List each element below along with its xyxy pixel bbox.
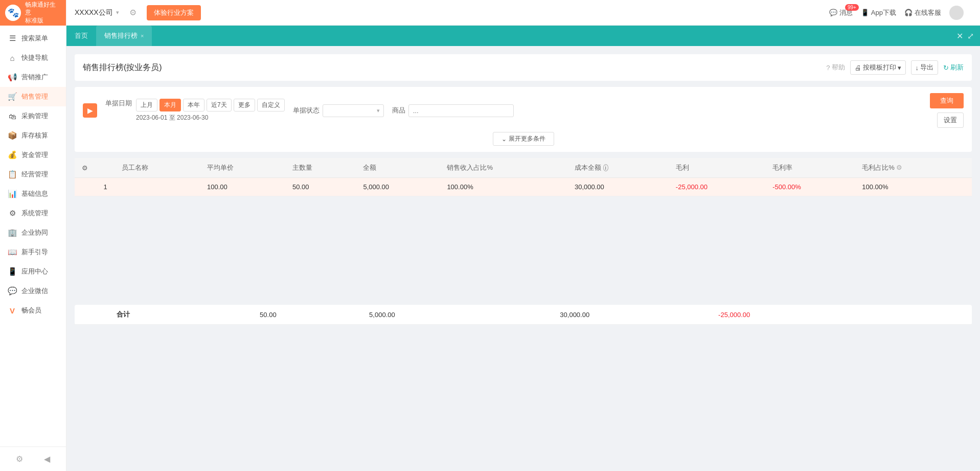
app-download-button[interactable]: 📱 App下载: [861, 8, 896, 17]
status-filter-group: 单据状态 全部 已审核 未审核: [293, 104, 384, 117]
main-content: 销售排行榜(按业务员) ? 帮助 🖨 按模板打印 ▾ ↓ 导出 ↻ 刷新: [66, 46, 980, 471]
app-center-icon: 📱: [7, 267, 17, 276]
sidebar-item-operations[interactable]: 📋 经营管理: [0, 165, 66, 184]
sidebar-item-quick-nav[interactable]: ⌂ 快捷导航: [0, 48, 66, 68]
tab-home[interactable]: 首页: [66, 26, 96, 46]
app-download-icon: 📱: [861, 9, 869, 16]
col-main-qty: 主数量: [286, 158, 357, 178]
tab-minimize-icon[interactable]: ✕: [956, 31, 963, 41]
status-select[interactable]: 全部 已审核 未审核: [323, 104, 384, 117]
sidebar-item-purchase[interactable]: 🛍 采购管理: [0, 106, 66, 126]
footer-row: 合计 50.00 5,000.00 30,000.00 -25,000.00: [75, 305, 972, 325]
trial-plan-button[interactable]: 体验行业方案: [147, 5, 201, 20]
sidebar-logo: 🐾 畅康通好生意 标准版: [0, 0, 66, 26]
sidebar-item-app-center[interactable]: 📱 应用中心: [0, 262, 66, 281]
rank-cell: 1: [95, 178, 116, 196]
operations-icon: 📋: [7, 170, 17, 179]
sidebar-item-sales[interactable]: 🛒 销售管理: [0, 87, 66, 106]
system-icon: ⚙: [7, 209, 17, 218]
gross-pct-cell: 100.00%: [856, 178, 972, 196]
status-filter-label: 单据状态: [293, 106, 320, 115]
inventory-icon: 📦: [7, 131, 17, 140]
amount-cell: 5,000.00: [357, 178, 441, 196]
basic-info-icon: 📊: [7, 189, 17, 198]
avg-price-cell: 100.00: [201, 178, 286, 196]
col-gross-rate: 毛利率: [766, 158, 856, 178]
sidebar-item-guide[interactable]: 📖 新手引导: [0, 242, 66, 262]
date-range-display: 2023-06-01 至 2023-06-30: [136, 114, 285, 122]
template-print-button[interactable]: 🖨 按模板打印 ▾: [850, 60, 906, 75]
wechat-icon: 💬: [7, 286, 17, 296]
sidebar-item-member[interactable]: V 畅会员: [0, 301, 66, 320]
main-qty-cell: 50.00: [286, 178, 357, 196]
footer-sales-pct-cell: [508, 305, 554, 325]
sidebar-item-wechat[interactable]: 💬 企业微信: [0, 281, 66, 301]
sidebar-item-enterprise[interactable]: 🏢 企业协同: [0, 223, 66, 242]
sidebar-item-system[interactable]: ⚙ 系统管理: [0, 204, 66, 223]
home-icon: ⌂: [7, 54, 17, 62]
gross-rate-cell: -500.00%: [766, 178, 856, 196]
export-button[interactable]: ↓ 导出: [911, 60, 939, 75]
tab-maximize-icon[interactable]: ⤢: [967, 31, 974, 41]
purchase-icon: 🛍: [7, 112, 17, 121]
col-rank: [95, 158, 116, 178]
footer-cost-cell: 30,000.00: [554, 305, 712, 325]
sidebar-item-finance[interactable]: 💰 资金管理: [0, 145, 66, 165]
sidebar-item-marketing[interactable]: 📢 营销推广: [0, 68, 66, 87]
footer-label-cell: 合计: [110, 305, 207, 325]
refresh-icon: ↻: [943, 64, 949, 72]
filter-bar: ▶ 单据日期 上月 本月 本年 近7天 更多 自定义 2023-06-01: [75, 87, 972, 152]
company-name: XXXXX公司: [75, 8, 113, 17]
company-selector[interactable]: XXXXX公司 ▾: [75, 8, 119, 17]
search-button[interactable]: 查询: [930, 93, 964, 108]
table-footer-wrap: 合计 50.00 5,000.00 30,000.00 -25,000.00: [75, 305, 972, 325]
goods-search-input[interactable]: [408, 104, 514, 117]
tab-sales-ranking[interactable]: 销售排行榜 ×: [96, 26, 152, 46]
sidebar-item-basic-info[interactable]: 📊 基础信息: [0, 184, 66, 204]
footer-gross-pct-cell: [925, 305, 972, 325]
goods-filter-label: 商品: [392, 106, 405, 115]
col-gross: 毛利: [670, 158, 766, 178]
footer-settings-cell: [75, 305, 90, 325]
help-icon: ?: [826, 64, 830, 72]
date-btn-current-month[interactable]: 本月: [159, 99, 181, 111]
date-btn-current-year[interactable]: 本年: [183, 99, 204, 111]
setting-button[interactable]: 设置: [937, 113, 964, 128]
date-filter-group: 单据日期 上月 本月 本年 近7天 更多 自定义 2023-06-01 至 20…: [105, 99, 285, 122]
row-settings-cell: [75, 178, 95, 196]
footer-main-qty-cell: 50.00: [254, 305, 363, 325]
user-avatar[interactable]: [949, 6, 964, 20]
tabbar: 首页 销售排行榜 × ✕ ⤢: [66, 26, 980, 46]
online-service-button[interactable]: 🎧 在线客服: [904, 8, 941, 17]
sales-icon: 🛒: [7, 92, 17, 101]
topbar: XXXXX公司 ▾ ⚙ 体验行业方案 💬 消息 99+ 📱 App下载 🎧 在线…: [66, 0, 980, 26]
sidebar-collapse-button[interactable]: ◀: [44, 454, 50, 464]
date-btn-7days[interactable]: 近7天: [207, 99, 232, 111]
sidebar-item-inventory[interactable]: 📦 库存核算: [0, 126, 66, 145]
template-caret-icon: ▾: [898, 64, 901, 72]
sidebar-item-search-order[interactable]: ☰ 搜索菜单: [0, 29, 66, 48]
date-btn-more[interactable]: 更多: [234, 99, 255, 111]
col-settings[interactable]: ⚙: [75, 158, 95, 178]
export-icon: ↓: [916, 64, 919, 72]
tabbar-actions: ✕ ⤢: [956, 31, 980, 41]
tab-close-icon[interactable]: ×: [141, 33, 144, 39]
filter-toggle-button[interactable]: ▶: [83, 103, 97, 118]
logo-icon: 🐾: [5, 5, 21, 21]
status-select-wrap: 全部 已审核 未审核: [323, 104, 384, 117]
message-icon: 💬: [829, 9, 837, 16]
page-header: 销售排行榜(按业务员) ? 帮助 🖨 按模板打印 ▾ ↓ 导出 ↻ 刷新: [75, 54, 972, 81]
sidebar-settings-button[interactable]: ⚙: [16, 454, 23, 464]
message-button[interactable]: 💬 消息 99+: [829, 8, 853, 17]
help-button[interactable]: ? 帮助: [826, 63, 845, 72]
refresh-button[interactable]: ↻ 刷新: [943, 63, 964, 72]
finance-icon: 💰: [7, 150, 17, 160]
expand-more-button[interactable]: ⌄ 展开更多条件: [493, 132, 554, 146]
topbar-gear-button[interactable]: ⚙: [125, 5, 141, 20]
marketing-icon: 📢: [7, 73, 17, 82]
col-sales-pct: 销售收入占比%: [441, 158, 568, 178]
date-btn-custom[interactable]: 自定义: [257, 99, 285, 111]
expand-more-row: ⌄ 展开更多条件: [83, 132, 964, 146]
date-btn-prev-month[interactable]: 上月: [136, 99, 157, 111]
data-table-wrap: ⚙ 员工名称 平均单价 主数量 全额 销售收入占比% 成本全额 i 毛利 毛利率…: [75, 158, 972, 196]
